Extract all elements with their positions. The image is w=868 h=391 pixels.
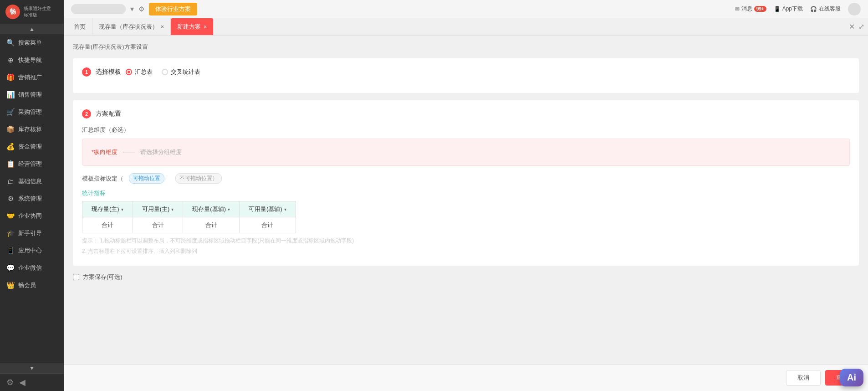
wechat-icon: 💬 — [6, 264, 15, 272]
template-radio-group: 汇总表 交叉统计表 — [126, 68, 200, 76]
dimension-section-title: 汇总维度（必选） — [82, 126, 850, 134]
tips-text-2: 2. 点击标题栏下拉可设置排序、插入列和删除列 — [82, 247, 850, 257]
sidebar-scroll-up[interactable]: ▲ — [0, 24, 64, 34]
enterprise-icon: 🤝 — [6, 212, 15, 220]
sidebar-item-member[interactable]: 👑 畅会员 — [0, 277, 64, 294]
cell-0-1: 合计 — [133, 217, 183, 233]
fixed-tag: 不可拖动位置） — [175, 173, 222, 184]
radio-cross-circle — [162, 69, 168, 75]
col-header-3[interactable]: 可用量(基辅) ▾ — [240, 201, 296, 217]
sidebar-toggle-icon[interactable]: ◀ — [19, 377, 26, 387]
sidebar-scroll-down[interactable]: ▼ — [0, 363, 64, 373]
member-icon: 👑 — [6, 281, 15, 289]
stats-title: 统计指标 — [82, 189, 850, 197]
step2-number: 2 — [82, 109, 91, 118]
tabs-actions: ✕ ⤢ — [849, 22, 868, 31]
save-option-label: 方案保存(可选) — [83, 273, 123, 281]
col-header-2[interactable]: 现存量(基辅) ▾ — [183, 201, 240, 217]
app-download-button[interactable]: 📱 App下载 — [774, 5, 803, 13]
phone-icon: 📱 — [774, 6, 781, 12]
tab-home[interactable]: 首页 — [67, 18, 92, 35]
tab-close-icon[interactable]: ✕ — [849, 22, 855, 31]
message-icon: ✉ — [735, 6, 740, 12]
logo-text: 畅康通好生意 标准版 — [24, 5, 51, 18]
tab-expand-icon[interactable]: ⤢ — [858, 22, 864, 31]
search-icon: 🔍 — [6, 39, 15, 47]
sidebar-item-inventory[interactable]: 📦 库存核算 — [0, 121, 64, 138]
main-area: ▾ ⚙ 体验行业方案 ✉ 消息 99+ 📱 App下载 🎧 在线客服 首页 — [64, 0, 868, 391]
col-header-0[interactable]: 现存量(主) ▾ — [82, 201, 133, 217]
tabs-bar: 首页 现存量（库存状况表） × 新建方案 × ✕ ⤢ — [64, 18, 868, 36]
headset-icon: 🎧 — [810, 6, 817, 12]
table-row: 合计 合计 合计 合计 — [82, 217, 296, 233]
marketing-icon: 🎁 — [6, 73, 15, 82]
tab-inventory[interactable]: 现存量（库存状况表） × — [92, 18, 171, 35]
user-avatar[interactable] — [848, 3, 861, 15]
sidebar-item-newbie[interactable]: 🎓 新手引导 — [0, 225, 64, 242]
dimension-row: *纵向维度 —— 请选择分组维度 — [92, 148, 840, 156]
sidebar-item-sales[interactable]: 📊 销售管理 — [0, 86, 64, 103]
step2-panel: 2 方案配置 汇总维度（必选） *纵向维度 —— 请选择分组维度 模板指标设定（… — [73, 100, 859, 266]
step1-header: 1 选择模板 汇总表 交叉统计表 — [82, 67, 850, 77]
sidebar-footer: ⚙ ◀ — [0, 373, 64, 391]
sidebar-item-finance[interactable]: 💰 资金管理 — [0, 138, 64, 155]
settings-icon[interactable]: ⚙ — [6, 377, 14, 387]
business-icon: 📋 — [6, 160, 15, 168]
cell-0-3: 合计 — [240, 217, 296, 233]
radio-summary[interactable]: 汇总表 — [126, 68, 153, 76]
cell-0-0: 合计 — [82, 217, 133, 233]
sidebar-item-business[interactable]: 📋 经营管理 — [0, 155, 64, 173]
topbar: ▾ ⚙ 体验行业方案 ✉ 消息 99+ 📱 App下载 🎧 在线客服 — [64, 0, 868, 18]
dimension-area[interactable]: *纵向维度 —— 请选择分组维度 — [82, 139, 850, 166]
movable-tag: 可拖动位置 — [129, 173, 164, 184]
basic-icon: 🗂 — [6, 178, 15, 185]
step2-header: 2 方案配置 — [82, 109, 850, 118]
sidebar-item-apps[interactable]: 📱 应用中心 — [0, 242, 64, 259]
save-checkbox[interactable] — [73, 274, 79, 280]
sidebar-item-search[interactable]: 🔍 搜索菜单 — [0, 34, 64, 51]
radio-summary-circle — [126, 69, 132, 75]
app-logo: 畅 畅康通好生意 标准版 — [0, 0, 64, 24]
tips-prefix: 提示： 1.拖动标题栏可以调整布局，不可跨维度或指标区域拖动栏目字段(只能在同一… — [82, 237, 850, 245]
ai-float-button[interactable]: Ai — [840, 369, 863, 386]
content-area: 现存量(库存状况表)方案设置 1 选择模板 汇总表 交叉统计表 — [64, 36, 868, 364]
sidebar-item-marketing[interactable]: 🎁 营销推广 — [0, 69, 64, 86]
tab-new-plan[interactable]: 新建方案 × — [171, 18, 214, 35]
dimension-label: *纵向维度 — [92, 148, 117, 156]
cancel-button[interactable]: 取消 — [786, 370, 821, 386]
sidebar-item-enterprise[interactable]: 🤝 企业协同 — [0, 207, 64, 225]
message-button[interactable]: ✉ 消息 99+ — [735, 5, 766, 13]
step1-number: 1 — [82, 67, 91, 77]
chevron-1: ▾ — [171, 207, 174, 212]
trial-plan-button[interactable]: 体验行业方案 — [149, 3, 197, 15]
inventory-icon: 📦 — [6, 125, 15, 134]
sidebar-item-purchase[interactable]: 🛒 采购管理 — [0, 103, 64, 121]
tab-new-plan-close[interactable]: × — [204, 24, 207, 30]
topbar-gear-icon[interactable]: ⚙ — [138, 5, 144, 13]
radio-cross[interactable]: 交叉统计表 — [162, 68, 200, 76]
topbar-search-input[interactable] — [71, 4, 126, 14]
topbar-dropdown-icon[interactable]: ▾ — [130, 5, 134, 13]
tab-inventory-close[interactable]: × — [161, 24, 164, 30]
finance-icon: 💰 — [6, 143, 15, 151]
topbar-left: ▾ ⚙ 体验行业方案 — [71, 3, 197, 15]
apps-icon: 📱 — [6, 247, 15, 255]
dimension-placeholder: 请选择分组维度 — [140, 148, 182, 156]
purchase-icon: 🛒 — [6, 108, 15, 116]
sidebar-item-nav[interactable]: ⊕ 快捷导航 — [0, 51, 64, 69]
indicator-settings-row: 模板指标设定（ 可拖动位置 不可拖动位置） — [82, 173, 850, 184]
sidebar-item-system[interactable]: ⚙ 系统管理 — [0, 190, 64, 207]
newbie-icon: 🎓 — [6, 229, 15, 237]
online-service-button[interactable]: 🎧 在线客服 — [810, 5, 841, 13]
chevron-3: ▾ — [284, 207, 286, 212]
step2-title: 方案配置 — [96, 110, 121, 118]
stats-table: 现存量(主) ▾ 可用量(主) ▾ 现存量(基辅 — [82, 201, 296, 233]
sidebar-item-wechat[interactable]: 💬 企业微信 — [0, 259, 64, 277]
chevron-2: ▾ — [228, 207, 230, 212]
cell-0-2: 合计 — [183, 217, 240, 233]
indicator-settings-label: 模板指标设定（ — [82, 175, 123, 183]
col-header-1[interactable]: 可用量(主) ▾ — [133, 201, 183, 217]
footer-bar: 取消 查询 — [64, 364, 868, 391]
save-option-row: 方案保存(可选) — [73, 273, 859, 281]
sidebar-item-basic[interactable]: 🗂 基础信息 — [0, 173, 64, 190]
